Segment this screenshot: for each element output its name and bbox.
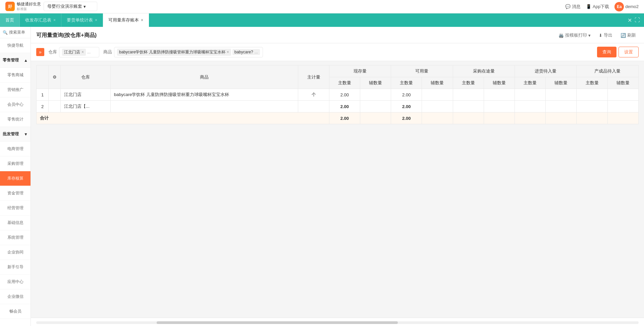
avatar-text: Ea <box>617 4 622 9</box>
product-tag-value: babycare学饮杯 儿童防摔防撞吸管杯重力球吸嘴杯宝宝水杯 <box>119 49 225 55</box>
avatar: Ea <box>614 2 624 11</box>
th-incoming-main-qty: 主数量 <box>515 77 546 89</box>
close-all-icon[interactable]: ✕ <box>628 17 632 24</box>
sidebar-item-ops[interactable]: 经营管理 <box>0 201 31 216</box>
product-input[interactable]: babycare学饮杯 儿童防摔防撞吸管杯重力球吸嘴杯宝宝水杯 × babyca… <box>114 47 263 57</box>
total-stock-main: 2.00 <box>329 112 360 124</box>
orders-tab-close[interactable]: × <box>95 18 97 22</box>
product-tag-close[interactable]: × <box>227 50 229 54</box>
sidebar-item-app-center[interactable]: 应用中心 <box>0 275 31 289</box>
sidebar-search[interactable]: 🔍 搜索菜单 <box>0 27 31 38</box>
row2-stock-aux <box>360 101 391 112</box>
row1-incoming-main <box>515 89 546 101</box>
ops-label: 经营管理 <box>7 205 23 211</box>
row1-avail-aux <box>422 89 453 101</box>
industry-label: 母婴行业演示账套 <box>47 3 82 9</box>
row1-num: 1 <box>37 89 49 101</box>
warehouse-tag-value: 江北门店 <box>64 49 80 55</box>
row2-finished-main <box>577 101 607 112</box>
row1-product: babycare学饮杯 儿童防摔防撞吸管杯重力球吸嘴杯宝宝水杯 <box>110 89 298 101</box>
sidebar-item-quick-nav[interactable]: 快捷导航 <box>0 38 31 53</box>
row1-warehouse: 江北门店 <box>61 89 111 101</box>
th-rownum <box>37 65 49 89</box>
th-stock-main-qty: 主数量 <box>329 77 360 89</box>
th-incoming-aux-qty: 辅数量 <box>546 77 577 89</box>
sidebar-item-retail-mgmt[interactable]: 零售管理 ▲ <box>0 53 31 68</box>
print-chevron-icon: ▾ <box>588 33 591 38</box>
tab-receipts[interactable]: 收发存汇总表 × <box>20 13 61 27</box>
sidebar-item-ecommerce[interactable]: 电商管理 <box>0 142 31 156</box>
sidebar-item-new-guide[interactable]: 新手引导 <box>0 260 31 275</box>
chevron-down-icon: ▾ <box>84 4 86 9</box>
sidebar-item-vip[interactable]: 畅会员 <box>0 304 31 319</box>
logo-text-area: 畅捷通好生意 标准版 <box>17 2 41 11</box>
fullscreen-icon[interactable]: ⛶ <box>635 17 640 23</box>
tab-inventory[interactable]: 可用量库存账本 × <box>103 13 149 27</box>
receipts-tab-close[interactable]: × <box>53 18 56 22</box>
user-area[interactable]: Ea demo2 <box>614 2 639 11</box>
sys-mgmt-label: 系统管理 <box>7 235 23 240</box>
row2-pur-aux <box>484 101 515 112</box>
inventory-tab-close[interactable]: × <box>141 18 143 22</box>
sidebar-item-retail-mall[interactable]: 零售商城 <box>0 68 31 83</box>
sidebar-item-sys-mgmt[interactable]: 系统管理 <box>0 230 31 245</box>
product-tag2-value: babycare? <box>234 50 253 54</box>
row2-num: 2 <box>37 101 49 112</box>
download-button[interactable]: 📱 App下载 <box>586 4 609 10</box>
sidebar-item-marketing[interactable]: 营销推广 <box>0 83 31 97</box>
export-icon: ⬇ <box>599 33 602 38</box>
refresh-label: 刷新 <box>627 32 636 38</box>
warehouse-tag-close[interactable]: × <box>82 50 84 54</box>
scrollbar-thumb <box>157 321 397 324</box>
download-label: App下载 <box>593 4 609 10</box>
th-current-stock: 现存量 <box>329 65 391 77</box>
th-pur-aux-qty: 辅数量 <box>484 77 515 89</box>
search-icon: 🔍 <box>3 30 8 35</box>
row1-unit: 个 <box>298 89 329 101</box>
tab-home[interactable]: 首页 <box>0 13 20 27</box>
page-title-row: 可用量查询(按仓库+商品) 🖨️ 按模板打印 ▾ ⬇ 导出 🔄 刷新 <box>36 31 639 40</box>
query-button[interactable]: 查询 <box>597 47 616 57</box>
tab-orders[interactable]: 要货单统计表 × <box>61 13 103 27</box>
total-incoming-aux <box>546 112 577 124</box>
search-label: 搜索菜单 <box>9 30 25 35</box>
refresh-button[interactable]: 🔄 刷新 <box>618 31 639 40</box>
th-finished-main-qty: 主数量 <box>577 77 607 89</box>
total-row: 合计 2.00 2.00 <box>37 112 639 124</box>
message-icon: 💬 <box>565 4 571 9</box>
warehouse-input[interactable]: 江北门店 × ... <box>59 47 99 57</box>
total-pur-aux <box>484 112 515 124</box>
message-button[interactable]: 💬 消息 <box>565 4 581 10</box>
sidebar-item-retail-stats[interactable]: 零售统计 <box>0 112 31 127</box>
industry-selector[interactable]: 母婴行业演示账套 ▾ <box>44 2 97 11</box>
header-right: 💬 消息 📱 App下载 Ea demo2 <box>565 2 639 11</box>
sidebar-item-inventory-check[interactable]: 库存核算 <box>0 171 31 186</box>
sidebar-item-finance[interactable]: 资金管理 <box>0 186 31 201</box>
header-left: 好 畅捷通好生意 标准版 母婴行业演示账套 ▾ <box>5 2 97 11</box>
th-product: 商品 <box>110 65 298 89</box>
purchase-label: 采购管理 <box>7 161 23 167</box>
sidebar-item-wholesale-mgmt[interactable]: 批发管理 ▼ <box>0 127 31 142</box>
row1-stock-aux <box>360 89 391 101</box>
sidebar-item-purchase[interactable]: 采购管理 <box>0 156 31 171</box>
app-name: 畅捷通好生意 <box>17 2 41 6</box>
enterprise-label: 企业协同 <box>7 249 23 255</box>
sidebar-item-members[interactable]: 会员中心 <box>0 97 31 112</box>
setting-button[interactable]: 设置 <box>619 47 639 57</box>
horizontal-scrollbar[interactable] <box>36 321 639 324</box>
print-button[interactable]: 🖨️ 按模板打印 ▾ <box>556 31 593 40</box>
print-label: 按模板打印 <box>565 32 587 38</box>
th-pur-main-qty: 主数量 <box>453 77 484 89</box>
sidebar-item-enterprise[interactable]: 企业协同 <box>0 245 31 260</box>
sidebar-item-enterprise-wx[interactable]: 企业微信 <box>0 289 31 304</box>
th-finished-pending: 产成品待入量 <box>577 65 639 77</box>
row2-incoming-main <box>515 101 546 112</box>
page-title: 可用量查询(按仓库+商品) <box>36 32 97 39</box>
warehouse-more-indicator: ... <box>87 50 91 54</box>
sidebar-item-basic-info[interactable]: 基础信息 <box>0 216 31 230</box>
tab-bar-actions: ✕ ⛶ <box>624 13 644 27</box>
export-button[interactable]: ⬇ 导出 <box>596 31 615 40</box>
row2-avail-main: 2.00 <box>391 101 422 112</box>
th-settings[interactable]: ⚙ <box>49 65 61 89</box>
filter-expand-button[interactable]: » <box>36 48 44 56</box>
